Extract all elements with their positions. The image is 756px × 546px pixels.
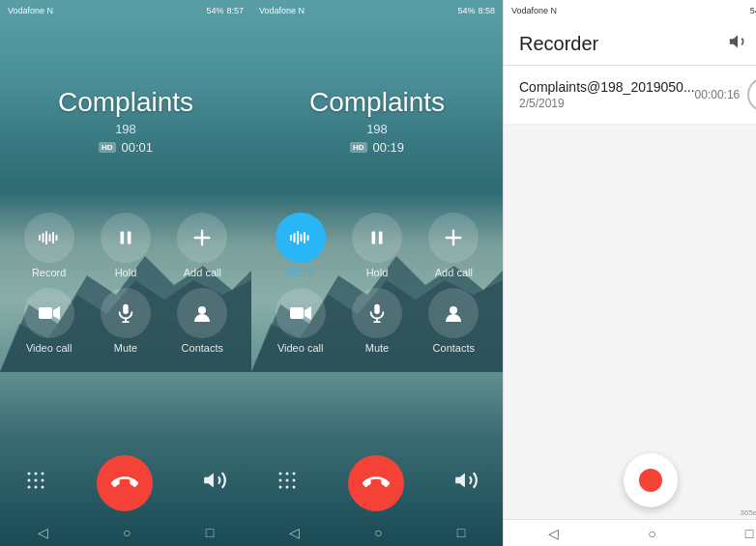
svg-point-18 bbox=[28, 473, 31, 475]
battery-2: 54% bbox=[457, 6, 475, 15]
svg-rect-8 bbox=[120, 232, 124, 244]
recorder-recents-nav[interactable]: □ bbox=[745, 526, 753, 541]
add-call-label-1: Add call bbox=[184, 267, 221, 278]
recorder-title: Recorder bbox=[519, 33, 598, 55]
video-call-label-1: Video call bbox=[26, 342, 73, 354]
recents-nav-2[interactable]: □ bbox=[457, 525, 465, 540]
mute-icon-wrap-2 bbox=[352, 288, 402, 338]
hold-button-1[interactable]: Hold bbox=[92, 213, 159, 278]
status-bar-1: Vodafone N 54% 8:57 bbox=[0, 0, 251, 21]
video-icon-1 bbox=[38, 303, 61, 323]
dialpad-button-2[interactable] bbox=[276, 469, 299, 498]
hold-button-2[interactable]: Hold bbox=[343, 213, 410, 278]
recorder-back-nav[interactable]: ◁ bbox=[548, 526, 559, 541]
record-button-2[interactable]: 00:15 bbox=[267, 213, 334, 278]
svg-point-22 bbox=[35, 479, 38, 482]
speaker-button-2[interactable] bbox=[453, 468, 479, 499]
svg-point-48 bbox=[293, 473, 296, 475]
status-right-2: 54% 8:58 bbox=[457, 6, 495, 15]
svg-point-46 bbox=[279, 473, 282, 475]
record-button-1[interactable]: Record bbox=[15, 213, 82, 278]
phone-screen-1: Vodafone N 54% 8:57 Complaints 198 HD 00… bbox=[0, 0, 251, 546]
svg-rect-30 bbox=[290, 235, 292, 241]
svg-point-45 bbox=[450, 306, 457, 314]
action-grid-1: Record Hold bbox=[0, 213, 251, 354]
dialpad-icon-1 bbox=[24, 469, 47, 492]
recorder-header: Recorder bbox=[504, 21, 756, 66]
svg-rect-32 bbox=[297, 231, 299, 244]
add-call-icon-wrap-2 bbox=[428, 213, 479, 263]
add-call-icon-1 bbox=[191, 227, 213, 248]
recorder-status-bar: Vodafone N 54% 8:58 bbox=[504, 0, 756, 21]
video-call-button-1[interactable]: Video call bbox=[15, 288, 82, 354]
time-1: 8:57 bbox=[226, 6, 244, 15]
video-call-button-2[interactable]: Video call bbox=[267, 288, 334, 354]
volume-icon[interactable] bbox=[728, 31, 749, 57]
svg-marker-56 bbox=[730, 36, 738, 48]
end-call-button-2[interactable] bbox=[348, 455, 404, 511]
carrier-2: Vodafone N bbox=[259, 6, 305, 15]
bottom-bar-2 bbox=[251, 447, 503, 519]
svg-rect-40 bbox=[290, 307, 304, 319]
recorder-carrier: Vodafone N bbox=[511, 6, 557, 15]
home-nav-2[interactable]: ○ bbox=[374, 525, 382, 540]
recording-list: Complaints@198_2019050... 2/5/2019 00:00… bbox=[504, 66, 756, 442]
status-bar-2: Vodafone N 54% 8:58 bbox=[251, 0, 503, 21]
end-call-icon-2 bbox=[363, 470, 390, 497]
mute-icon-1 bbox=[115, 302, 136, 324]
svg-point-20 bbox=[42, 473, 44, 475]
recorder-home-nav[interactable]: ○ bbox=[648, 526, 655, 541]
contacts-button-1[interactable]: Contacts bbox=[169, 288, 236, 354]
svg-rect-14 bbox=[123, 304, 129, 314]
volume-svg bbox=[728, 31, 749, 52]
speaker-icon-1 bbox=[202, 468, 227, 493]
speaker-button-1[interactable] bbox=[202, 468, 227, 499]
hold-icon-wrap-2 bbox=[352, 213, 402, 263]
mute-button-1[interactable]: Mute bbox=[92, 288, 159, 354]
svg-rect-35 bbox=[306, 235, 308, 241]
svg-rect-6 bbox=[52, 232, 54, 244]
svg-rect-36 bbox=[371, 232, 375, 244]
back-nav-2[interactable]: ◁ bbox=[289, 525, 300, 540]
svg-marker-27 bbox=[204, 473, 214, 487]
record-label-1: Record bbox=[32, 267, 66, 278]
svg-point-26 bbox=[42, 486, 44, 489]
svg-point-54 bbox=[293, 486, 296, 489]
phone-screen-2: Vodafone N 54% 8:58 Complaints 198 HD 00… bbox=[251, 0, 503, 546]
end-call-button-1[interactable] bbox=[97, 455, 153, 511]
speaker-icon-2 bbox=[453, 468, 479, 493]
mute-label-2: Mute bbox=[365, 342, 389, 354]
svg-point-47 bbox=[286, 473, 289, 475]
mute-icon-wrap-1 bbox=[101, 288, 151, 338]
contacts-label-1: Contacts bbox=[182, 342, 223, 354]
add-call-button-1[interactable]: Add call bbox=[169, 213, 236, 278]
bottom-bar-1 bbox=[0, 447, 251, 519]
svg-point-19 bbox=[35, 473, 38, 475]
contacts-button-2[interactable]: Contacts bbox=[421, 288, 487, 354]
back-nav-1[interactable]: ◁ bbox=[38, 525, 48, 540]
mute-button-2[interactable]: Mute bbox=[343, 288, 410, 354]
svg-rect-3 bbox=[42, 233, 44, 243]
svg-rect-12 bbox=[39, 307, 52, 319]
hd-badge-1: HD bbox=[99, 142, 116, 153]
add-call-button-2[interactable]: Add call bbox=[421, 213, 487, 278]
play-button[interactable] bbox=[747, 77, 756, 112]
home-nav-1[interactable]: ○ bbox=[123, 525, 131, 540]
add-call-icon-wrap-1 bbox=[177, 213, 227, 263]
svg-rect-31 bbox=[293, 233, 295, 243]
mute-label-1: Mute bbox=[114, 342, 137, 354]
record-dot bbox=[639, 469, 662, 492]
recording-date: 2/5/2019 bbox=[519, 97, 695, 110]
action-grid-2: 00:15 Hold bbox=[251, 213, 503, 354]
contacts-icon-wrap-2 bbox=[428, 288, 479, 338]
video-icon-2 bbox=[289, 303, 312, 323]
record-fab-button[interactable] bbox=[624, 453, 678, 507]
status-right-1: 54% 8:57 bbox=[206, 6, 244, 15]
dialpad-button-1[interactable] bbox=[24, 469, 47, 498]
recents-nav-1[interactable]: □ bbox=[206, 525, 214, 540]
recording-item[interactable]: Complaints@198_2019050... 2/5/2019 00:00… bbox=[504, 66, 756, 125]
hold-icon-2 bbox=[366, 227, 388, 248]
svg-point-21 bbox=[28, 479, 31, 482]
dialpad-icon-2 bbox=[276, 469, 299, 492]
carrier-1: Vodafone N bbox=[8, 6, 53, 15]
